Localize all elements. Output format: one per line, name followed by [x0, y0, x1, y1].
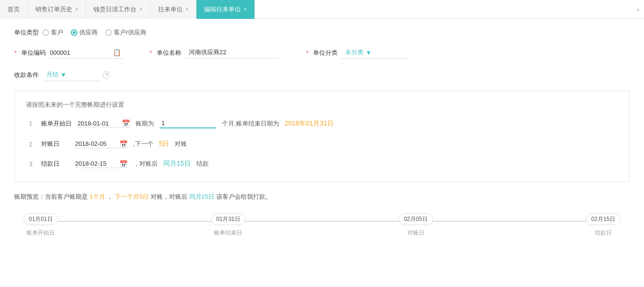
- reconcile-highlight: 5日: [159, 140, 169, 148]
- unit-class-arrow: ▼: [365, 49, 372, 56]
- tab-sales-history-close[interactable]: ×: [75, 7, 78, 12]
- radio-supplier-label: 供应商: [79, 28, 98, 37]
- period-num-3: 3: [26, 160, 35, 168]
- unit-code-field[interactable]: 📋: [50, 47, 123, 59]
- period-row-1: 1 账单开始日 📅 账期为 个月,账单结束日期为 2018年01月31日: [26, 118, 618, 128]
- copy-icon[interactable]: 📋: [111, 49, 123, 56]
- preview-section: 账期预览：当前客户账期是 1个月 ， 下一个月5日 对账，对账后 同月15日 该…: [14, 191, 630, 237]
- preview-part3: 同月15日: [189, 193, 214, 200]
- unit-class-label: 单位分类: [313, 49, 338, 57]
- unit-type-label: 单位类型: [14, 28, 39, 37]
- period-box: 请按照未来的一个完整帐期进行设置 1 账单开始日 📅 账期为 个月,账单结束日期…: [14, 91, 630, 182]
- period-row-2: 2 对账日 📅 ,下一个 5日 对账: [26, 140, 618, 148]
- unit-class-select[interactable]: 未分类 ▼: [341, 46, 407, 59]
- payment-help-icon[interactable]: ?: [103, 71, 110, 79]
- tab-edit-partner-label: 编辑往来单位: [204, 5, 241, 14]
- period-end-date-highlight: 2018年01月31日: [285, 119, 334, 128]
- tab-cash-work-label: 钱货日清工作台: [93, 5, 136, 14]
- unit-class-star: *: [306, 49, 308, 57]
- payment-date-input[interactable]: 📅: [75, 160, 127, 168]
- tab-partner-close[interactable]: ×: [186, 7, 188, 12]
- tab-home-label: 首页: [8, 5, 20, 14]
- timeline-node-2: 01月31日 账单结束日: [211, 213, 246, 237]
- tab-cash-work-close[interactable]: ×: [139, 7, 142, 12]
- radio-both-circle: [105, 29, 112, 36]
- preview-part2: 下一个月5日: [115, 193, 149, 200]
- period-label-1: 账单开始日: [41, 119, 72, 128]
- unit-type-row: 单位类型 客户 供应商 客户/供应商: [14, 28, 630, 37]
- unit-code-star: *: [14, 49, 17, 57]
- period-label-2: 对账日: [41, 140, 69, 148]
- radio-both-label: 客户/供应商: [114, 28, 146, 37]
- tab-arrow[interactable]: ›: [632, 0, 644, 19]
- unit-code-input[interactable]: [50, 49, 111, 56]
- tab-sales-history[interactable]: 销售订单历史 ×: [28, 0, 86, 19]
- period-month-input[interactable]: [160, 118, 216, 128]
- tab-partner[interactable]: 往来单位 ×: [151, 0, 196, 19]
- tab-cash-work[interactable]: 钱货日清工作台 ×: [86, 0, 150, 19]
- period-label-3: 结款日: [41, 160, 69, 168]
- start-date-calendar-icon[interactable]: 📅: [122, 119, 130, 127]
- preview-label: 账期预览：当前客户账期是: [14, 193, 88, 200]
- payment-date-calendar-icon[interactable]: 📅: [119, 160, 127, 168]
- start-date-field[interactable]: [77, 120, 120, 127]
- period-desc-2-suffix: 对账: [175, 140, 187, 148]
- payment-row: 收款条件 月结 ▼ ?: [14, 68, 630, 81]
- preview-suffix: 该客户会给我打款。: [216, 193, 271, 200]
- reconcile-date-field[interactable]: [75, 140, 118, 147]
- payment-arrow: ▼: [60, 71, 67, 78]
- period-desc-1-middle: 个月,账单结束日期为: [222, 119, 279, 128]
- timeline-container: 01月01日 账单开始日 01月31日 账单结束日 02月05日 对账日 02月…: [24, 213, 620, 237]
- period-desc-1-prefix: 账期为: [136, 119, 154, 128]
- radio-supplier-circle: [71, 29, 77, 36]
- start-date-input[interactable]: 📅: [77, 119, 130, 127]
- tab-home[interactable]: 首页: [0, 0, 28, 19]
- unit-class-value: 未分类: [345, 48, 364, 57]
- tab-partner-label: 往来单位: [158, 5, 183, 14]
- timeline-nodes: 01月01日 账单开始日 01月31日 账单结束日 02月05日 对账日 02月…: [24, 213, 620, 237]
- radio-customer[interactable]: 客户: [42, 28, 63, 37]
- period-desc-2-prefix: ,下一个: [133, 140, 153, 148]
- period-num-1: 1: [26, 120, 35, 127]
- preview-mid1: ，: [107, 193, 113, 200]
- reconcile-date-input[interactable]: 📅: [75, 140, 127, 148]
- payment-value: 月结: [46, 70, 59, 79]
- unit-info-row: * 单位编码 📋 * 单位名称 * 单位分类 未分类 ▼: [14, 46, 630, 59]
- period-desc-3-suffix: 结款: [196, 160, 209, 168]
- preview-text: 账期预览：当前客户账期是 1个月 ， 下一个月5日 对账，对账后 同月15日 该…: [14, 191, 630, 202]
- unit-name-label: 单位名称: [157, 49, 181, 57]
- radio-both[interactable]: 客户/供应商: [105, 28, 146, 37]
- timeline-node-4: 02月15日 结款日: [586, 213, 620, 237]
- radio-customer-circle: [42, 29, 49, 36]
- tab-edit-partner-close[interactable]: ×: [244, 7, 246, 12]
- timeline-badge-1: 01月01日: [24, 213, 58, 225]
- unit-name-star: *: [149, 49, 152, 57]
- period-num-2: 2: [26, 141, 35, 148]
- unit-name-input[interactable]: [185, 47, 280, 59]
- timeline-node-1: 01月01日 账单开始日: [24, 213, 58, 237]
- tab-sales-history-label: 销售订单历史: [35, 5, 72, 14]
- timeline-node-label-2: 账单结束日: [214, 229, 242, 237]
- tab-bar: 首页 销售订单历史 × 钱货日清工作台 × 往来单位 × 编辑往来单位 × ›: [0, 0, 644, 19]
- tab-edit-partner[interactable]: 编辑往来单位 ×: [196, 0, 254, 19]
- reconcile-date-calendar-icon[interactable]: 📅: [119, 140, 127, 148]
- timeline-node-label-4: 结款日: [595, 229, 612, 237]
- preview-part1: 1个月: [90, 193, 105, 200]
- radio-supplier[interactable]: 供应商: [71, 28, 98, 37]
- main-content: 单位类型 客户 供应商 客户/供应商 * 单位编码 📋 * 单位名称: [0, 19, 644, 287]
- radio-customer-label: 客户: [51, 28, 63, 37]
- preview-mid2: 对账，对账后: [151, 193, 187, 200]
- payment-label: 收款条件: [14, 71, 39, 79]
- period-desc-3-prefix: ，对账后: [133, 160, 158, 168]
- payment-date-field[interactable]: [75, 160, 118, 167]
- payment-select[interactable]: 月结 ▼: [42, 68, 99, 81]
- timeline-badge-4: 02月15日: [586, 213, 620, 225]
- unit-type-radio-group: 客户 供应商 客户/供应商: [42, 28, 146, 37]
- timeline-node-label-3: 对账日: [407, 229, 424, 237]
- payment-highlight: 同月15日: [163, 160, 191, 168]
- period-title: 请按照未来的一个完整帐期进行设置: [26, 101, 618, 109]
- timeline-badge-3: 02月05日: [398, 213, 433, 225]
- timeline-node-label-1: 账单开始日: [26, 229, 55, 237]
- timeline-badge-2: 01月31日: [211, 213, 246, 225]
- period-row-3: 3 结款日 📅 ，对账后 同月15日 结款: [26, 160, 618, 168]
